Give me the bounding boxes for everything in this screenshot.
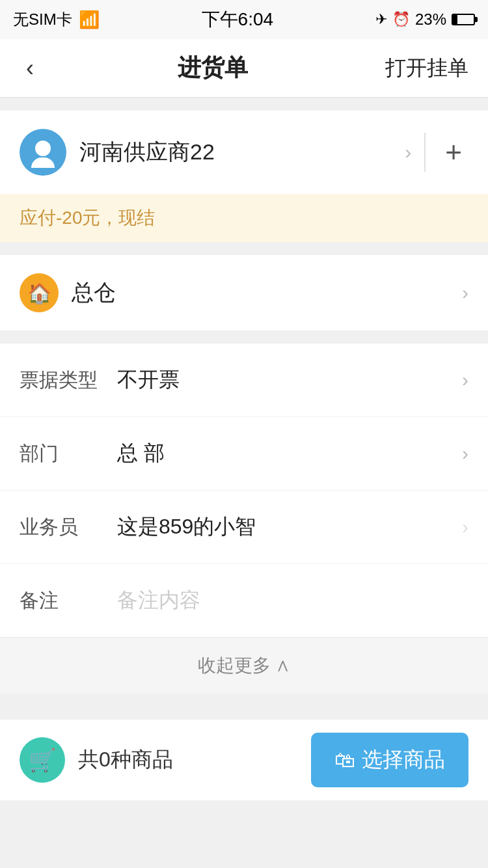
- back-button[interactable]: ‹: [20, 48, 40, 88]
- salesperson-label: 业务员: [20, 514, 104, 541]
- supplier-chevron-icon: ›: [405, 141, 411, 163]
- status-bar: 无SIM卡 📶 下午6:04 ✈ ⏰ 23%: [0, 0, 488, 39]
- bill-type-value: 不开票: [104, 366, 462, 394]
- remark-label: 备注: [20, 588, 104, 614]
- form-section: 票据类型 不开票 › 部门 总 部 › 业务员 这是859的小智 › 备注 备注…: [0, 344, 488, 637]
- form-row-salesperson[interactable]: 业务员 这是859的小智 ›: [0, 491, 488, 564]
- salesperson-value: 这是859的小智: [104, 513, 462, 541]
- department-value: 总 部: [104, 439, 462, 468]
- product-count: 共0种商品: [78, 746, 311, 774]
- open-pending-button[interactable]: 打开挂单: [385, 54, 468, 83]
- warehouse-chevron-icon: ›: [462, 282, 468, 304]
- nav-bar: ‹ 进货单 打开挂单: [0, 39, 488, 98]
- status-right: ✈ ⏰ 23%: [375, 10, 475, 29]
- department-label: 部门: [20, 441, 104, 467]
- supplier-divider: [424, 133, 426, 172]
- select-product-icon: 🛍: [334, 748, 355, 772]
- warehouse-icon: 🏠: [20, 273, 59, 312]
- page-background: [0, 800, 488, 868]
- supplier-name: 河南供应商22: [79, 137, 405, 167]
- add-supplier-button[interactable]: +: [439, 136, 468, 169]
- section-gap-3: [0, 331, 488, 344]
- select-product-button[interactable]: 🛍 选择商品: [311, 733, 468, 787]
- section-gap-2: [0, 242, 488, 255]
- info-notice: 应付-20元，现结: [0, 194, 488, 242]
- location-icon: ✈: [375, 11, 387, 28]
- product-icon: 🛒: [20, 737, 65, 783]
- avatar-person-icon: [31, 141, 55, 164]
- status-left: 无SIM卡 📶: [13, 9, 100, 30]
- page-title: 进货单: [178, 52, 248, 84]
- battery-icon: [452, 14, 475, 25]
- department-chevron-icon: ›: [462, 442, 468, 465]
- supplier-row[interactable]: 河南供应商22 › +: [0, 111, 488, 194]
- bill-type-label: 票据类型: [20, 367, 104, 394]
- wifi-icon: 📶: [79, 10, 100, 30]
- section-gap-4: [0, 694, 488, 707]
- section-gap-1: [0, 98, 488, 111]
- collapse-bar[interactable]: 收起更多 ∧: [0, 637, 488, 694]
- select-product-label: 选择商品: [362, 746, 445, 774]
- form-row-department[interactable]: 部门 总 部 ›: [0, 417, 488, 491]
- warehouse-name: 总仓: [72, 278, 462, 308]
- alarm-icon: ⏰: [392, 11, 410, 28]
- carrier-text: 无SIM卡: [13, 9, 72, 30]
- remark-input[interactable]: 备注内容: [104, 586, 468, 615]
- salesperson-chevron-icon: ›: [462, 516, 468, 538]
- form-row-remark[interactable]: 备注 备注内容: [0, 564, 488, 637]
- status-time: 下午6:04: [202, 7, 274, 32]
- warehouse-row[interactable]: 🏠 总仓 ›: [0, 255, 488, 331]
- product-bar: 🛒 共0种商品 🛍 选择商品: [0, 720, 488, 800]
- battery-percent: 23%: [415, 10, 446, 29]
- form-row-bill-type[interactable]: 票据类型 不开票 ›: [0, 344, 488, 417]
- bill-type-chevron-icon: ›: [462, 369, 468, 391]
- supplier-avatar: [20, 129, 66, 176]
- supplier-section: 河南供应商22 › + 应付-20元，现结: [0, 111, 488, 242]
- warehouse-section: 🏠 总仓 ›: [0, 255, 488, 331]
